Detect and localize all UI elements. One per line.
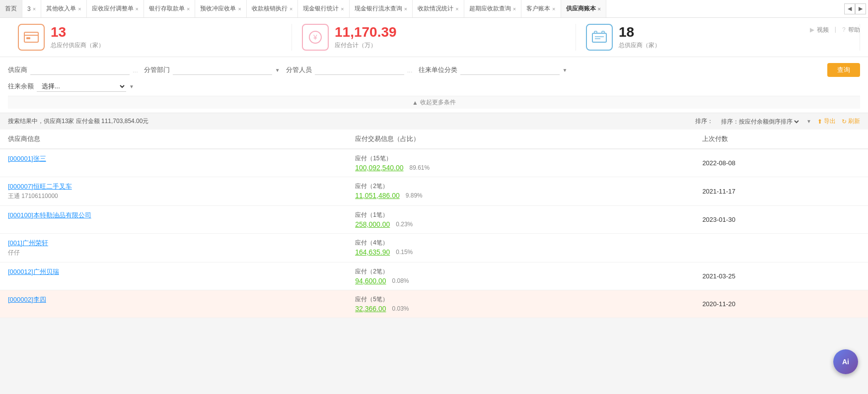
supplier-link[interactable]: [000001]张三 [8, 155, 46, 162]
nav-tab-cash-stat[interactable]: 现金银行统计 × [298, 0, 349, 17]
balance-filter-label: 往来余额 [8, 82, 34, 91]
supplier-filter-label: 供应商 [8, 66, 27, 74]
close-icon[interactable]: × [455, 6, 458, 12]
summary-help: ▶ 视频 | ? 帮助 [810, 26, 861, 34]
data-table: 供应商信息 应付交易信息（占比） 上次付数 [000001]张三应付（15笔）1… [0, 130, 868, 318]
close-icon[interactable]: × [238, 6, 241, 12]
supplier-info-cell: [000007]恒旺二手叉车王通 17106110000 [0, 177, 347, 206]
export-button[interactable]: ⬆ 导出 [817, 117, 836, 126]
total-payable-icon: ¥ [302, 24, 329, 51]
dept-input[interactable] [173, 65, 272, 75]
total-supplier-count: 18 [619, 25, 660, 39]
supplier-link[interactable]: [000007]恒旺二手叉车 [8, 183, 72, 190]
nav-tab-cash-flow[interactable]: 现金银行流水查询 × [350, 0, 413, 17]
close-icon[interactable]: × [598, 6, 601, 12]
nav-tab-overdue[interactable]: 超期应收款查询 × [464, 0, 521, 17]
nav-tab-ar-adjust[interactable]: 应收应付调整单 × [87, 0, 144, 17]
nav-prev-button[interactable]: ◀ [844, 3, 855, 14]
col-last-pay: 上次付数 [694, 130, 868, 149]
nav-next-button[interactable]: ▶ [855, 3, 866, 14]
tx-label: 应付（2笔） [355, 182, 686, 191]
tx-info-cell: 应付（4笔）164,635.900.15% [347, 234, 694, 263]
svg-text:¥: ¥ [313, 33, 317, 41]
unit-filter-label: 往来单位分类 [419, 66, 457, 74]
summary-bar: 13 总应付供应商（家） ¥ 11,170.39 应付合计（万） [0, 18, 868, 57]
tx-amount[interactable]: 164,635.90 [355, 248, 390, 256]
tx-pct: 9.89% [406, 192, 423, 199]
collapse-label: 收起更多条件 [420, 98, 456, 107]
balance-select[interactable]: 选择... [37, 81, 126, 92]
nav-tab-receipt-exec[interactable]: 收款核销执行 × [247, 0, 298, 17]
export-icon: ⬆ [817, 118, 822, 125]
supplier-info-cell: [000012]广州贝瑞 [0, 263, 347, 290]
sort-select[interactable]: 排序：按应付余额倒序排序 [719, 118, 800, 126]
collapse-icon: ▲ [412, 99, 418, 106]
tx-info-cell: 应付（2笔）11,051,486.009.89% [347, 177, 694, 206]
nav-tab-bank-deposit[interactable]: 银行存取款单 × [144, 0, 195, 17]
total-supplier-label: 总供应商（家） [619, 41, 660, 50]
summary-info-2: 11,170.39 应付合计（万） [335, 25, 397, 50]
table-row: [000100]本特勒油品有限公司应付（1笔）258,000.000.23%20… [0, 206, 868, 234]
nav-tab-home[interactable]: 首页 [0, 0, 22, 17]
summary-info-1: 13 总应付供应商（家） [51, 25, 104, 50]
tx-label: 应付（2笔） [355, 267, 686, 276]
manager-dots[interactable]: ... [407, 66, 413, 74]
last-pay-cell: 2020-11-20 [694, 290, 868, 318]
svg-rect-2 [26, 37, 30, 39]
sort-dropdown-icon[interactable]: ▼ [806, 119, 811, 124]
tx-pct: 0.15% [396, 249, 413, 256]
supplier-input[interactable] [30, 65, 130, 75]
tx-amount[interactable]: 258,000.00 [355, 220, 390, 228]
nav-tab-other-income[interactable]: 其他收入单 × [41, 0, 86, 17]
close-icon[interactable]: × [187, 6, 190, 12]
refresh-button[interactable]: ↻ 刷新 [842, 117, 860, 126]
summary-card-total-payable: ¥ 11,170.39 应付合计（万） [292, 24, 576, 51]
summary-info-3: 18 总供应商（家） [619, 25, 660, 50]
supplier-link[interactable]: [000002]李四 [8, 296, 46, 303]
tx-label: 应付（1笔） [355, 211, 686, 219]
close-icon[interactable]: × [136, 6, 139, 12]
close-icon[interactable]: × [513, 6, 516, 12]
supplier-sub-info: 仔仔 [8, 249, 339, 257]
top-nav: 首页 3 × 其他收入单 × 应收应付调整单 × 银行存取款单 × 预收冲应收单… [0, 0, 868, 18]
tx-amount[interactable]: 32,366.00 [355, 305, 386, 313]
table-body: [000001]张三应付（15笔）100,092,540.0089.61%202… [0, 149, 868, 318]
close-icon[interactable]: × [552, 6, 555, 12]
dept-dropdown-icon[interactable]: ▼ [275, 67, 280, 73]
tx-amount[interactable]: 11,051,486.00 [355, 192, 400, 199]
supplier-link[interactable]: [000100]本特勒油品有限公司 [8, 211, 91, 219]
collapse-bar[interactable]: ▲ 收起更多条件 [8, 96, 860, 109]
balance-dropdown-icon[interactable]: ▼ [129, 84, 134, 89]
close-icon[interactable]: × [341, 6, 344, 12]
nav-tab-3[interactable]: 3 × [22, 0, 41, 17]
query-button[interactable]: 查询 [827, 63, 860, 77]
manager-input[interactable] [315, 65, 404, 75]
supplier-link[interactable]: [001]广州荣轩 [8, 239, 48, 247]
close-icon[interactable]: × [289, 6, 292, 12]
close-icon[interactable]: × [404, 6, 407, 12]
tx-amount[interactable]: 94,600.00 [355, 277, 386, 285]
nav-tab-receipt-stat[interactable]: 收款情况统计 × [413, 0, 464, 17]
svg-rect-5 [592, 33, 606, 42]
total-payable-amount: 11,170.39 [335, 25, 397, 39]
close-icon[interactable]: × [33, 6, 36, 12]
table-row: [001]广州荣轩仔仔应付（4笔）164,635.900.15% [0, 234, 868, 263]
supplier-info-cell: [000001]张三 [0, 149, 347, 177]
supplier-sub-info: 王通 17106110000 [8, 192, 339, 200]
unit-dropdown-icon[interactable]: ▼ [563, 67, 568, 73]
supplier-dots[interactable]: ... [133, 66, 138, 74]
video-link[interactable]: ▶ 视频 [810, 26, 829, 34]
table-row: [000012]广州贝瑞应付（2笔）94,600.000.08%2021-03-… [0, 263, 868, 290]
tx-info-cell: 应付（2笔）94,600.000.08% [347, 263, 694, 290]
dept-filter-label: 分管部门 [144, 66, 170, 74]
unit-input[interactable] [460, 65, 560, 75]
close-icon[interactable]: × [78, 6, 81, 12]
nav-tab-supplier-ledger[interactable]: 供应商账本 × [561, 0, 606, 17]
total-supplier-icon [586, 24, 613, 51]
total-payable-label: 应付合计（万） [335, 41, 397, 50]
tx-amount[interactable]: 100,092,540.00 [355, 164, 403, 172]
supplier-link[interactable]: [000012]广州贝瑞 [8, 268, 59, 275]
help-link[interactable]: ? 帮助 [842, 26, 860, 34]
nav-tab-customer-ledger[interactable]: 客户账本 × [521, 0, 561, 17]
nav-tab-pre-charge[interactable]: 预收冲应收单 × [195, 0, 246, 17]
